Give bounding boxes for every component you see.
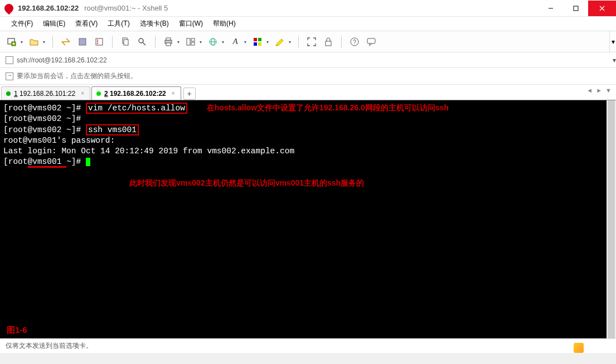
- toolbar-separator: [155, 36, 156, 48]
- watermark-text: 创新互联: [586, 343, 613, 353]
- copy-icon[interactable]: [118, 35, 133, 49]
- fullscreen-icon[interactable]: [304, 35, 319, 49]
- tab-label: 192.168.26.102:22: [110, 90, 166, 98]
- tab-next-icon[interactable]: ►: [595, 87, 603, 94]
- status-dot-icon: [6, 91, 11, 96]
- svg-rect-29: [258, 42, 261, 46]
- toolbar-separator: [52, 36, 53, 48]
- menu-window[interactable]: 窗口(W): [174, 17, 207, 30]
- tab-bar: 1 192.168.26.101:22 × 2 192.168.26.102:2…: [0, 85, 616, 100]
- underline-highlight: @vms001: [28, 157, 67, 168]
- highlight-icon[interactable]: [273, 35, 287, 49]
- svg-rect-18: [166, 38, 171, 40]
- menu-help[interactable]: 帮助(H): [208, 17, 240, 30]
- terminal-cursor: [86, 158, 90, 166]
- maximize-button[interactable]: [563, 1, 588, 16]
- app-icon: [3, 2, 16, 14]
- menu-bar: 文件(F) 编辑(E) 查看(V) 工具(T) 选项卡(B) 窗口(W) 帮助(…: [0, 17, 616, 31]
- title-address: 192.168.26.102:22: [18, 4, 79, 12]
- svg-text:?: ?: [353, 39, 356, 45]
- watermark: 创新互联: [574, 343, 613, 353]
- terminal[interactable]: [root@vms002 ~]# vim /etc/hosts.allow 在h…: [0, 100, 616, 338]
- figure-label: 图1-6: [7, 324, 27, 335]
- svg-rect-8: [79, 38, 86, 45]
- status-text: 仅将文本发送到当前选项卡。: [6, 341, 93, 351]
- hint-text: 要添加当前会话，点击左侧的箭头按钮。: [17, 71, 137, 81]
- svg-rect-14: [124, 40, 128, 45]
- properties-icon[interactable]: [92, 35, 106, 49]
- address-text: ssh://root@192.168.26.102:22: [17, 56, 107, 64]
- menu-tools[interactable]: 工具(T): [103, 17, 134, 30]
- highlight-box: vim /etc/hosts.allow: [86, 103, 187, 114]
- svg-rect-33: [367, 38, 375, 43]
- close-tab-icon[interactable]: ×: [172, 90, 175, 96]
- tab-nav: ◄ ► ▼: [585, 87, 613, 94]
- tab-prev-icon[interactable]: ◄: [585, 87, 594, 94]
- addressbar-overflow[interactable]: ▾: [613, 56, 616, 64]
- menu-tabs[interactable]: 选项卡(B): [135, 17, 173, 30]
- reconnect-icon[interactable]: [59, 35, 73, 49]
- layout-icon[interactable]: [183, 35, 198, 49]
- watermark-icon: [574, 343, 584, 353]
- close-tab-icon[interactable]: ×: [81, 90, 84, 96]
- session-tab-1[interactable]: 1 192.168.26.101:22 ×: [1, 86, 90, 100]
- svg-rect-28: [254, 42, 257, 46]
- status-dot-icon: [96, 91, 101, 96]
- open-session-icon[interactable]: [27, 35, 41, 49]
- session-tab-2[interactable]: 2 192.168.26.102:22 ×: [91, 86, 181, 100]
- address-bar[interactable]: ssh://root@192.168.26.102:22 ▾: [0, 52, 616, 68]
- font-icon[interactable]: A: [228, 35, 242, 49]
- svg-point-11: [97, 41, 98, 42]
- svg-rect-30: [326, 41, 331, 46]
- toolbar-separator: [298, 36, 299, 48]
- annotation: 在hosts.allow文件中设置了允许192.168.26.0网段的主机可以访…: [207, 103, 449, 112]
- svg-rect-27: [258, 38, 261, 41]
- status-bar: 仅将文本发送到当前选项卡。: [0, 338, 616, 353]
- lock-icon[interactable]: [321, 35, 336, 49]
- toolbar-separator: [112, 36, 113, 48]
- menu-edit[interactable]: 编辑(E): [38, 17, 70, 30]
- svg-point-15: [139, 38, 143, 43]
- copy-address-icon[interactable]: [6, 56, 13, 64]
- terminal-scrollbar[interactable]: [607, 100, 616, 338]
- tab-index: 2: [104, 90, 108, 98]
- add-tab-button[interactable]: +: [183, 88, 196, 100]
- svg-rect-1: [574, 6, 578, 11]
- title-caption: root@vms001:~ - Xshell 5: [84, 4, 168, 12]
- feedback-icon[interactable]: [364, 35, 379, 49]
- terminal-output: [root@vms002 ~]# vim /etc/hosts.allow 在h…: [3, 103, 613, 189]
- menu-view[interactable]: 查看(V): [71, 17, 102, 30]
- svg-rect-21: [191, 38, 195, 41]
- hint-bar: 要添加当前会话，点击左侧的箭头按钮。: [0, 68, 616, 85]
- tab-label: 192.168.26.101:22: [20, 90, 75, 98]
- toolbar: A ? ▾: [0, 31, 616, 52]
- toolbar-overflow[interactable]: ▾: [609, 31, 616, 52]
- svg-point-10: [97, 40, 98, 41]
- svg-line-16: [143, 42, 145, 45]
- svg-rect-22: [191, 42, 195, 45]
- globe-icon[interactable]: [206, 35, 220, 49]
- toolbar-separator: [341, 36, 342, 48]
- new-session-icon[interactable]: [4, 35, 19, 49]
- find-icon[interactable]: [135, 35, 149, 49]
- svg-rect-9: [96, 38, 103, 45]
- highlight-box: ssh vms001: [86, 124, 139, 135]
- svg-point-12: [97, 43, 98, 44]
- title-bar: 192.168.26.102:22 root@vms001:~ - Xshell…: [0, 0, 616, 17]
- tab-index: 1: [14, 90, 18, 98]
- color-icon[interactable]: [250, 35, 265, 49]
- help-icon[interactable]: ?: [347, 35, 362, 49]
- close-button[interactable]: [588, 1, 616, 16]
- minimize-button[interactable]: [538, 1, 563, 16]
- svg-rect-26: [254, 38, 257, 41]
- disconnect-icon[interactable]: [75, 35, 90, 49]
- tab-list-icon[interactable]: ▼: [604, 87, 613, 94]
- annotation: 此时我们发现vms002主机仍然是可以访问vms001主机的ssh服务的: [129, 178, 364, 187]
- print-icon[interactable]: [161, 35, 176, 49]
- menu-file[interactable]: 文件(F): [7, 17, 37, 30]
- hint-arrow-icon[interactable]: [6, 72, 13, 80]
- svg-rect-19: [166, 43, 171, 46]
- svg-rect-20: [187, 38, 190, 45]
